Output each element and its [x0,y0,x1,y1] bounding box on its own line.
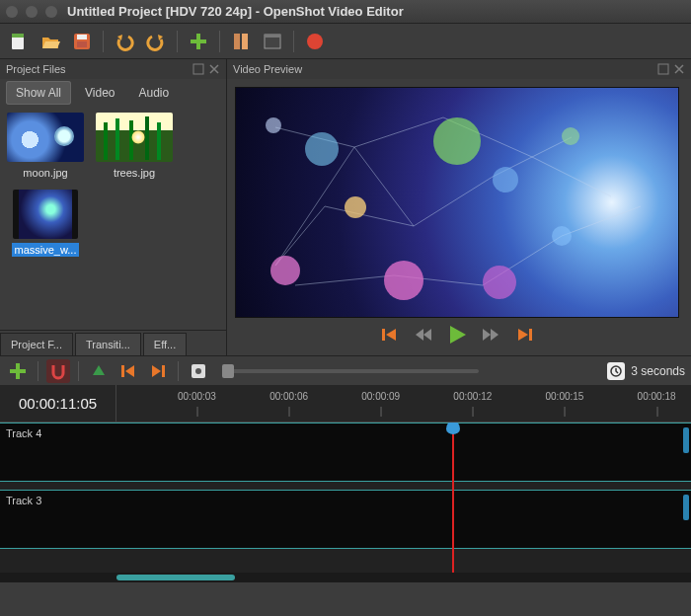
svg-rect-31 [10,369,26,373]
video-preview-title: Video Preview [233,63,302,75]
jump-start-button[interactable] [378,323,402,346]
project-file-item[interactable]: moon.jpg [6,113,85,180]
svg-rect-29 [529,329,532,341]
duration-label: 3 seconds [631,364,685,378]
undock-icon[interactable] [657,63,669,75]
close-panel-icon[interactable] [208,63,220,75]
play-button[interactable] [445,323,469,346]
track-resize-handle[interactable] [683,427,689,453]
tab-project-files[interactable]: Project F... [0,333,73,355]
ruler-tick: 00:00:06 [269,391,308,402]
window-controls [6,6,57,18]
window-close-button[interactable] [6,6,18,18]
svg-line-27 [562,206,641,236]
open-project-button[interactable] [38,29,63,54]
ruler-tick: 00:00:18 [638,391,676,402]
video-preview-panel-header: Video Preview [227,59,691,79]
import-files-button[interactable] [186,29,211,54]
track-resize-handle[interactable] [683,495,689,520]
add-track-button[interactable] [6,359,30,383]
slider-handle[interactable] [222,364,234,378]
file-label: moon.jpg [20,166,70,180]
project-files-panel-header: Project Files [0,59,227,79]
scrollbar-thumb[interactable] [116,575,235,580]
timeline-zoom-slider[interactable] [222,369,479,373]
snapping-button[interactable] [46,359,70,383]
ruler-tick: 00:00:15 [545,391,583,402]
tab-effects[interactable]: Eff... [143,333,187,355]
project-files-filter-tabs: Show All Video Audio [0,79,226,107]
ruler-ticks[interactable]: 00:00:03 00:00:06 00:00:09 00:00:12 00:0… [116,385,691,422]
window-minimize-button[interactable] [26,6,38,18]
video-preview[interactable] [235,87,679,318]
project-file-item[interactable]: massive_w... [6,190,85,257]
choose-profile-button[interactable] [228,29,254,54]
thumbnail-image [7,113,84,162]
file-label: trees.jpg [111,166,158,180]
svg-rect-7 [234,34,240,49]
track-label: Track 4 [6,427,41,439]
undo-button[interactable] [112,29,137,54]
project-files-list[interactable]: moon.jpg trees.jpg massive_w... [0,107,226,330]
rewind-button[interactable] [412,323,435,346]
ruler-tick: 00:00:03 [178,391,216,402]
ruler-tick: 00:00:12 [453,391,492,402]
svg-rect-28 [382,329,385,341]
window-maximize-button[interactable] [45,6,57,18]
svg-rect-32 [121,365,124,377]
next-marker-button[interactable] [146,359,170,383]
timeline-track[interactable]: Track 3 [0,490,691,549]
playback-controls [235,318,679,351]
project-file-item[interactable]: trees.jpg [95,113,174,180]
close-panel-icon[interactable] [673,63,685,75]
svg-rect-13 [658,64,668,74]
filter-tab-audio[interactable]: Audio [129,81,180,105]
save-project-button[interactable] [69,29,95,54]
project-files-panel: Show All Video Audio moon.jpg [0,79,227,355]
left-panel-tabs: Project F... Transiti... Eff... [0,330,226,355]
svg-line-17 [414,177,493,226]
track-label: Track 3 [6,495,41,506]
svg-line-15 [354,117,443,147]
thumbnail-image [13,190,78,239]
timeline-ruler[interactable]: 00:00:11:05 00:00:03 00:00:06 00:00:09 0… [0,385,691,423]
jump-end-button[interactable] [512,323,536,346]
playhead-timecode: 00:00:11:05 [0,385,116,422]
timeline-track[interactable]: Track 4 [0,423,691,482]
timeline-horizontal-scrollbar[interactable] [0,573,691,582]
titlebar: Untitled Project [HDV 720 24p] - OpenSho… [0,0,691,24]
previous-marker-button[interactable] [116,359,140,383]
svg-line-18 [295,275,394,285]
window-title: Untitled Project [HDV 720 24p] - OpenSho… [67,4,404,19]
fast-forward-button[interactable] [479,323,502,346]
playhead[interactable] [452,423,454,573]
center-playhead-button[interactable] [187,359,210,383]
timeline-panel: 00:00:11:05 00:00:03 00:00:06 00:00:09 0… [0,385,691,582]
clock-icon [607,362,625,380]
redo-button[interactable] [143,29,169,54]
filter-tab-video[interactable]: Video [75,81,124,105]
export-video-button[interactable] [302,29,328,54]
fullscreen-button[interactable] [260,29,285,54]
new-project-button[interactable] [6,29,32,54]
undock-icon[interactable] [192,63,204,75]
svg-rect-3 [77,35,87,39]
timeline-duration-display: 3 seconds [607,362,685,380]
tab-transitions[interactable]: Transiti... [75,333,141,355]
svg-rect-10 [265,35,280,38]
filter-tab-show-all[interactable]: Show All [6,81,71,105]
add-marker-button[interactable] [87,359,111,383]
svg-line-14 [275,147,354,266]
svg-rect-1 [12,34,24,38]
video-preview-panel [227,79,691,355]
svg-rect-12 [193,64,203,74]
svg-rect-6 [191,39,206,43]
timeline-tracks[interactable]: Track 4 Track 3 [0,423,691,573]
svg-point-35 [195,368,201,374]
timeline-toolbar: 3 seconds [0,355,691,385]
project-files-title: Project Files [6,63,66,75]
thumbnail-image [96,113,173,162]
file-label: massive_w... [12,243,80,257]
svg-line-25 [532,157,611,196]
svg-line-23 [325,206,414,226]
